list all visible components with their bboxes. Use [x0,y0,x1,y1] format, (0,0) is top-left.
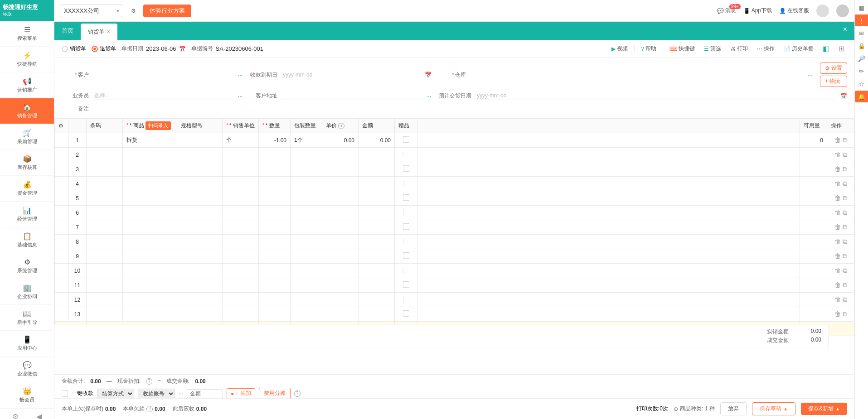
sidebar-collapse-icon[interactable]: ◀ [36,412,42,419]
row-delete-11[interactable]: 🗑 [834,296,841,303]
row-qty-11[interactable] [259,293,291,307]
row-note-1[interactable] [417,148,800,162]
rp-btn-6[interactable]: ✏ [856,65,868,77]
row-copy-10[interactable]: ⧉ [843,281,847,289]
account-dots[interactable]: ··· [179,390,183,397]
radio-sale[interactable]: 销货单 [62,45,86,53]
expected-date-input[interactable] [475,92,837,100]
row-spec-9[interactable] [177,264,223,278]
row-amount-10[interactable] [359,278,395,293]
sidebar-item-11[interactable]: 📖新手引导 [0,305,54,331]
view-list-btn[interactable]: ◧ [820,43,832,54]
row-spec-11[interactable] [177,293,223,307]
remarks-input[interactable] [92,105,847,113]
sidebar-item-0[interactable]: ☰搜索菜单 [0,21,54,47]
row-note-9[interactable] [417,264,800,278]
save-new-btn[interactable]: 保存&新增 ▲ [801,403,847,415]
row-unit-6[interactable] [223,220,259,235]
filter-btn[interactable]: ☰ 筛选 [701,44,724,53]
print-btn[interactable]: 🖨 打印 [727,44,751,53]
row-qty-12[interactable] [259,307,291,322]
row-unit-7[interactable] [223,235,259,249]
salesman-more-btn[interactable]: ··· [238,92,243,100]
message-btn[interactable]: 💬 消息 99+ [717,7,736,14]
expected-date-calendar-icon[interactable]: 📅 [840,93,847,99]
row-pkgqty-3[interactable] [291,177,322,191]
row-price-0[interactable]: 0.00 [322,133,359,148]
history-btn[interactable]: 📄 历史单据 [781,44,816,53]
row-unit-0[interactable]: 个 [223,133,259,148]
row-product-4[interactable] [123,191,177,206]
row-amount-12[interactable] [359,307,395,322]
row-spec-3[interactable] [177,177,223,191]
gift-checkbox-3[interactable] [403,180,409,186]
tab-close-btn[interactable]: × [107,29,110,35]
row-amount-0[interactable]: 0.00 [359,133,395,148]
row-gift-4[interactable] [395,191,417,206]
row-note-2[interactable] [417,162,800,177]
gift-checkbox-7[interactable] [403,238,409,244]
amount-input[interactable] [187,389,223,398]
row-price-1[interactable] [322,148,359,162]
owe-info-icon[interactable]: ? [146,406,153,412]
sidebar-item-14[interactable]: 👑畅会员 [0,382,54,408]
row-pkgqty-7[interactable] [291,235,322,249]
gift-checkbox-6[interactable] [403,223,409,230]
warehouse-input[interactable]: 建材仓 [470,71,804,79]
row-gift-6[interactable] [395,220,417,235]
help-btn[interactable]: ? 帮助 [638,44,659,53]
row-spec-12[interactable] [177,307,223,322]
row-pkgqty-1[interactable] [291,148,322,162]
row-delete-3[interactable]: 🗑 [834,180,841,188]
row-qty-9[interactable] [259,264,291,278]
row-product-6[interactable] [123,220,177,235]
sidebar-item-6[interactable]: 💰资金管理 [0,176,54,202]
rp-btn-1[interactable]: ▦ [856,2,868,14]
row-barcode-10[interactable] [87,278,123,293]
row-qty-5[interactable] [259,206,291,220]
tab-panel-close-btn[interactable]: × [836,22,854,40]
row-spec-2[interactable] [177,162,223,177]
row-copy-2[interactable]: ⧉ [843,165,847,173]
row-gift-1[interactable] [395,148,417,162]
sidebar-item-4[interactable]: 🛒采购管理 [0,124,54,150]
row-qty-2[interactable] [259,162,291,177]
gift-checkbox-12[interactable] [403,310,409,317]
rp-btn-3[interactable]: ✉ [856,27,868,39]
discount-info-icon[interactable]: ? [146,378,152,385]
sidebar-item-8[interactable]: 📋基础信息 [0,227,54,253]
row-amount-3[interactable] [359,177,395,191]
view-grid-btn[interactable]: ⊞ [836,43,847,54]
row-note-7[interactable] [417,235,800,249]
row-note-6[interactable] [417,220,800,235]
action-btn[interactable]: ⋯ 操作 [754,44,777,53]
sidebar-item-12[interactable]: 📱应用中心 [0,331,54,356]
row-spec-1[interactable] [177,148,223,162]
row-product-10[interactable] [123,278,177,293]
row-qty-8[interactable] [259,249,291,264]
row-qty-7[interactable] [259,235,291,249]
row-delete-12[interactable]: 🗑 [834,310,841,318]
app-download-btn[interactable]: 📱 App下载 [743,7,772,14]
save-draft-btn[interactable]: 保存草稿 ▲ [752,402,795,415]
row-copy-1[interactable]: ⧉ [843,151,847,159]
row-amount-7[interactable] [359,235,395,249]
row-amount-5[interactable] [359,206,395,220]
row-price-12[interactable] [322,307,359,322]
row-spec-10[interactable] [177,278,223,293]
row-spec-7[interactable] [177,235,223,249]
row-barcode-2[interactable] [87,162,123,177]
fee-split-btn[interactable]: 费用分摊 [259,388,291,399]
row-unit-9[interactable] [223,264,259,278]
gift-checkbox-0[interactable] [403,136,409,143]
sidebar-item-3[interactable]: 🏠销售管理 [0,98,54,124]
row-delete-6[interactable]: 🗑 [834,223,841,231]
gift-checkbox-2[interactable] [403,165,409,172]
company-selector[interactable]: XXXXXX公司 ▾ [60,5,123,17]
discard-btn[interactable]: 放弃 [720,402,747,415]
row-delete-10[interactable]: 🗑 [834,281,841,289]
row-pkgqty-2[interactable] [291,162,322,177]
row-price-6[interactable] [322,220,359,235]
row-barcode-6[interactable] [87,220,123,235]
row-spec-0[interactable] [177,133,223,148]
